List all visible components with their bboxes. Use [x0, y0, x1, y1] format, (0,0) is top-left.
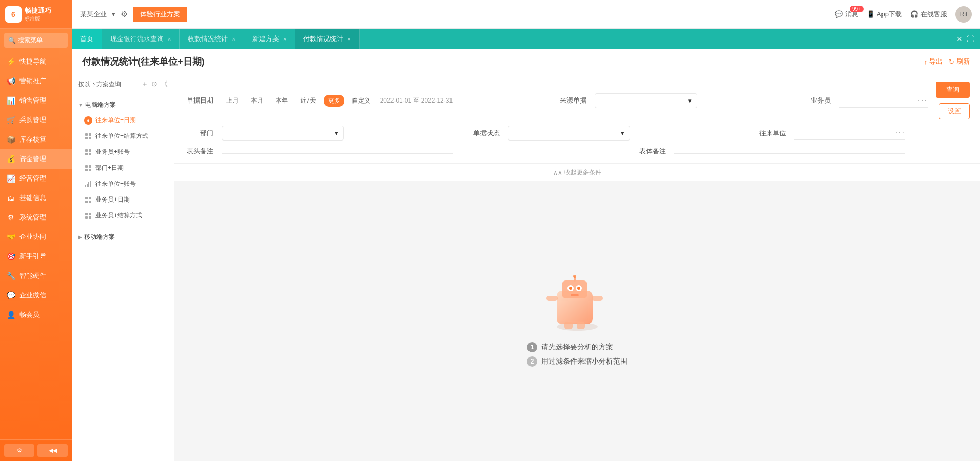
staff-dots-btn[interactable]: ··· — [918, 96, 928, 105]
svg-rect-5 — [89, 149, 91, 152]
sidebar-item-marketing[interactable]: 📢营销推广 — [0, 71, 72, 91]
sidebar-item-purchase[interactable]: 🛒采购管理 — [0, 110, 72, 130]
search-menu-btn[interactable]: 🔍 搜索菜单 — [4, 33, 68, 48]
window-maximize-btn[interactable]: ⛶ — [967, 35, 974, 43]
svg-rect-6 — [85, 153, 88, 155]
user-avatar[interactable]: Rit — [955, 6, 972, 23]
sidebar-label-inventory: 库存核算 — [19, 135, 46, 144]
sidebar-item-basic[interactable]: 🗂基础信息 — [0, 188, 72, 208]
voucher-status-label: 单据状态 — [471, 129, 500, 138]
scheme-dept-date[interactable]: 部门+日期 — [72, 160, 174, 176]
tab-receivable[interactable]: 收款情况统计 × — [180, 29, 244, 49]
topbar-breadcrumb: 某某企业 — [80, 10, 107, 19]
tab-new-scheme-close[interactable]: × — [283, 36, 286, 42]
partner-dots-btn[interactable]: ··· — [895, 128, 905, 137]
tab-payment-stats-close[interactable]: × — [347, 36, 350, 42]
sidebar-label-member: 畅会员 — [19, 310, 40, 319]
scheme-settings-icon[interactable]: ⊙ — [151, 79, 158, 89]
logo-text-group: 畅捷通巧 标准版 — [25, 6, 51, 23]
sidebar: 6 畅捷通巧 标准版 🔍 搜索菜单 ⚡快捷导航📢营销推广📊销售管理🛒采购管理📦库… — [0, 0, 72, 461]
logo-icon: 6 — [5, 6, 22, 23]
filter-panel: 单据日期 上月 本月 本年 近7天 更多 自定义 2022-01-01 至 20… — [174, 74, 980, 164]
scheme-partner-settle-icon — [84, 132, 92, 141]
sidebar-item-quick-nav[interactable]: ⚡快捷导航 — [0, 52, 72, 71]
staff-label: 业务员 — [802, 96, 831, 105]
tab-home[interactable]: 首页 — [72, 29, 102, 49]
sidebar-icon-quick-nav: ⚡ — [6, 57, 15, 66]
tab-bank-flow[interactable]: 现金银行流水查询 × — [102, 29, 180, 49]
sidebar-item-inventory[interactable]: 📦库存核算 — [0, 130, 72, 149]
settings-btn[interactable]: 设置 — [939, 103, 970, 119]
svg-rect-37 — [577, 322, 585, 329]
scheme-partner-date[interactable]: ● 往来单位+日期 — [72, 112, 174, 128]
dept-select[interactable]: ▾ — [222, 126, 344, 141]
date-option-7days[interactable]: 近7天 — [296, 94, 321, 107]
sidebar-collapse-btn[interactable]: ◀◀ — [37, 444, 68, 457]
date-option-more[interactable]: 更多 — [324, 95, 344, 107]
notifications-btn[interactable]: 💬 消息 99+ — [835, 10, 858, 19]
date-option-this-month[interactable]: 本月 — [246, 94, 268, 107]
notifications-badge: 99+ — [850, 6, 864, 12]
svg-rect-3 — [89, 137, 91, 139]
svg-rect-18 — [85, 201, 88, 203]
sidebar-item-corp[interactable]: 🤝企业协同 — [0, 227, 72, 247]
tab-payment-stats[interactable]: 付款情况统计 × — [295, 29, 359, 49]
panel-collapse-icon[interactable]: 《 — [161, 79, 168, 89]
mobile-schemes-title[interactable]: ▶ 移动端方案 — [72, 230, 174, 245]
mobile-schemes-section: ▶ 移动端方案 — [72, 227, 174, 248]
window-close-btn[interactable]: ✕ — [956, 35, 963, 43]
collapse-arrow-icon: ∧∧ — [553, 169, 562, 176]
collapse-filters-btn[interactable]: ∧∧ 收起更多条件 — [174, 164, 980, 181]
sidebar-item-guide[interactable]: 🎯新手引导 — [0, 247, 72, 266]
scheme-partner-settle[interactable]: 往来单位+结算方式 — [72, 128, 174, 144]
desktop-schemes-title[interactable]: ▼ 电脑端方案 — [72, 97, 174, 112]
sidebar-item-wechat[interactable]: 💬企业微信 — [0, 286, 72, 305]
topbar-gear-icon[interactable]: ⚙ — [121, 9, 128, 19]
tab-new-scheme[interactable]: 新建方案 × — [244, 29, 295, 49]
query-btn[interactable]: 查询 — [936, 82, 970, 98]
date-option-custom[interactable]: 自定义 — [347, 94, 375, 107]
sidebar-item-member[interactable]: 👤畅会员 — [0, 305, 72, 325]
topbar-dropdown-icon[interactable]: ▾ — [112, 10, 115, 18]
scheme-panel-label: 按以下方案查询 — [78, 80, 121, 89]
source-select-arrow: ▾ — [688, 97, 692, 105]
desktop-schemes-label: 电脑端方案 — [85, 101, 116, 109]
voucher-status-select[interactable]: ▾ — [508, 126, 630, 141]
sidebar-item-finance[interactable]: 💰资金管理 — [0, 149, 72, 169]
scheme-partner-account[interactable]: 往来单位+账号 — [72, 176, 174, 192]
sidebar-item-operation[interactable]: 📈经营管理 — [0, 169, 72, 188]
scheme-staff-date[interactable]: 业务员+日期 — [72, 192, 174, 208]
sidebar-item-sales[interactable]: 📊销售管理 — [0, 91, 72, 110]
tab-receivable-close[interactable]: × — [232, 36, 235, 42]
tip-text-1: 请先选择要分析的方案 — [541, 343, 613, 352]
date-option-last-month[interactable]: 上月 — [222, 94, 243, 107]
refresh-btn[interactable]: ↻ 刷新 — [949, 57, 970, 66]
tab-bank-flow-label: 现金银行流水查询 — [110, 34, 164, 44]
page-header-actions: ↑ 导出 ↻ 刷新 — [924, 57, 970, 66]
scheme-staff-settle[interactable]: 业务员+结算方式 — [72, 208, 174, 224]
online-service-btn[interactable]: 🎧 在线客服 — [910, 10, 947, 19]
sidebar-footer: ⚙ ◀◀ — [0, 439, 72, 461]
tab-bank-flow-close[interactable]: × — [168, 36, 171, 42]
date-range-text: 2022-01-01 至 2022-12-31 — [380, 96, 453, 105]
date-option-this-year[interactable]: 本年 — [271, 94, 292, 107]
svg-point-29 — [569, 287, 572, 290]
sidebar-icon-hardware: 🔧 — [6, 271, 15, 280]
tab-payment-stats-label: 付款情况统计 — [303, 34, 343, 44]
svg-rect-12 — [85, 185, 86, 187]
scheme-dept-date-label: 部门+日期 — [95, 164, 124, 172]
sidebar-label-hardware: 智能硬件 — [19, 271, 46, 280]
trial-btn[interactable]: 体验行业方案 — [133, 7, 187, 22]
sidebar-settings-btn[interactable]: ⚙ — [4, 444, 34, 457]
date-options-group: 上月 本月 本年 近7天 更多 自定义 2022-01-01 至 2022-12… — [222, 94, 453, 107]
sidebar-item-system[interactable]: ⚙系统管理 — [0, 208, 72, 227]
scheme-staff-settle-label: 业务员+结算方式 — [95, 211, 142, 220]
scheme-staff-account[interactable]: 业务员+账号 — [72, 144, 174, 160]
source-select[interactable]: ▾ — [595, 93, 697, 108]
app-download-btn[interactable]: 📱 App下载 — [867, 10, 902, 19]
tip-text-2: 用过滤条件来缩小分析范围 — [541, 357, 628, 366]
export-btn[interactable]: ↑ 导出 — [924, 57, 943, 66]
add-scheme-icon[interactable]: ＋ — [141, 79, 148, 89]
sidebar-item-hardware[interactable]: 🔧智能硬件 — [0, 266, 72, 286]
brand-name: 畅捷通巧 — [25, 6, 51, 15]
